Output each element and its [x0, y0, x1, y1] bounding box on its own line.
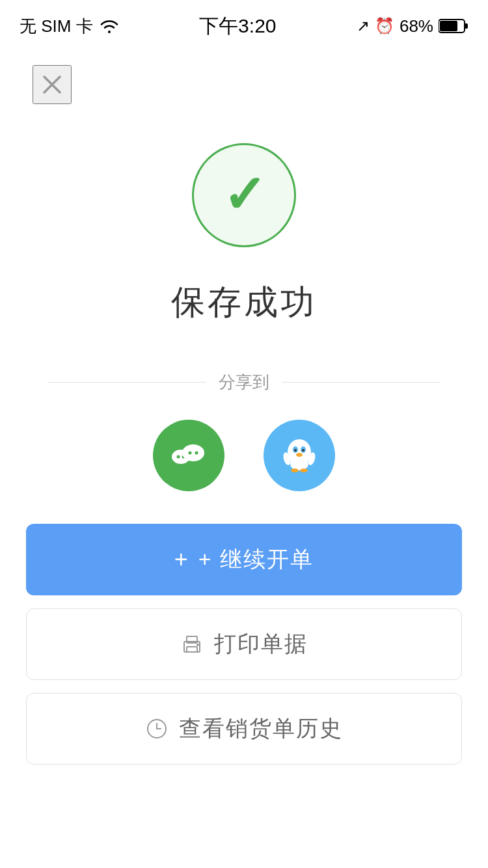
print-label: 打印单据	[214, 629, 308, 659]
svg-point-7	[177, 455, 180, 459]
battery-icon	[439, 18, 468, 34]
status-right: ↗ ⏰ 68%	[357, 16, 468, 36]
divider-left	[48, 382, 206, 383]
print-button[interactable]: 打印单据	[26, 608, 462, 680]
wifi-icon	[100, 19, 119, 33]
continue-button[interactable]: + + 继续开单	[26, 524, 462, 595]
success-circle: ✓	[192, 143, 296, 247]
history-icon	[145, 717, 169, 740]
wechat-icon	[167, 437, 210, 474]
svg-point-9	[182, 444, 204, 461]
share-section: 分享到	[26, 371, 462, 491]
qq-share-button[interactable]	[264, 420, 335, 491]
svg-point-11	[195, 452, 198, 455]
share-label: 分享到	[219, 371, 269, 394]
center-section: ✓ 保存成功 分享到	[26, 104, 462, 524]
svg-point-20	[300, 468, 308, 472]
svg-point-15	[294, 449, 297, 452]
history-button[interactable]: 查看销货单历史	[26, 693, 462, 765]
svg-point-26	[197, 644, 199, 646]
buttons-section: + + 继续开单 打印单据 查看销货单历史	[0, 524, 488, 765]
svg-point-16	[302, 449, 305, 452]
continue-icon: +	[174, 546, 188, 573]
svg-point-18	[290, 457, 308, 470]
svg-rect-2	[440, 21, 457, 31]
location-icon: ↗	[357, 17, 370, 35]
svg-point-10	[189, 452, 192, 455]
svg-point-19	[291, 468, 299, 472]
history-label: 查看销货单历史	[179, 714, 343, 744]
success-title: 保存成功	[171, 280, 317, 325]
close-button[interactable]	[33, 65, 72, 104]
sim-label: 无 SIM 卡	[20, 15, 93, 38]
print-icon	[180, 632, 204, 656]
svg-point-17	[296, 453, 303, 457]
status-bar: 无 SIM 卡 下午3:20 ↗ ⏰ 68%	[0, 0, 488, 52]
status-left: 无 SIM 卡	[20, 15, 119, 38]
main-content: ✓ 保存成功 分享到	[0, 52, 488, 524]
battery-label: 68%	[400, 16, 433, 36]
checkmark-icon: ✓	[223, 169, 266, 221]
qq-icon	[278, 434, 321, 477]
svg-rect-1	[465, 23, 468, 29]
alarm-icon: ⏰	[375, 17, 394, 35]
svg-rect-25	[187, 647, 197, 652]
status-time: 下午3:20	[199, 13, 276, 40]
share-icons-row	[153, 420, 335, 491]
wechat-share-button[interactable]	[153, 420, 224, 491]
divider-row: 分享到	[48, 371, 441, 394]
divider-right	[282, 382, 441, 383]
continue-label: + 继续开单	[198, 545, 314, 575]
